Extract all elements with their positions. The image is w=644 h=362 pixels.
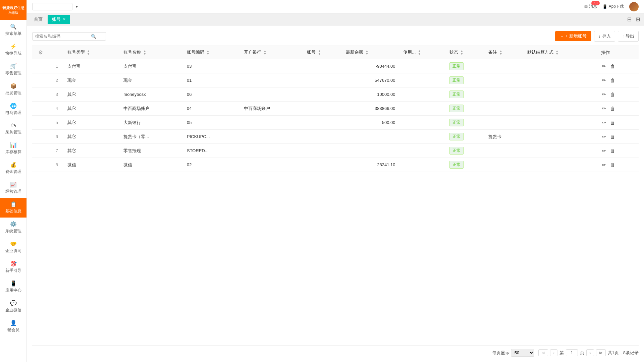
per-page-select[interactable]: 50 10 20 100 [511,349,534,357]
sidebar-item-purchase-mgmt[interactable]: 🛍 采购管理 [0,119,26,138]
delete-btn[interactable]: 🗑 [609,161,616,168]
sidebar-item-system-mgmt[interactable]: ⚙️ 系统管理 [0,218,26,237]
tab-home[interactable]: 首页 [30,15,47,24]
table-footer: 每页显示 50 10 20 100 ⊲ ‹ 第 页 › ⊳ 共1页，8条记录 [32,345,639,357]
sort-bank-icon: ▲▼ [263,50,266,56]
edit-btn[interactable]: ✏ [601,77,607,84]
th-account[interactable]: 账号 ▲▼ [304,46,343,59]
first-page-btn[interactable]: ⊲ [538,349,548,356]
cell-name: 提货卡（零... [121,130,184,144]
search-icon[interactable]: 🔍 [91,34,96,39]
sidebar-item-new-guide[interactable]: 🎯 新手引导 [0,257,26,277]
sidebar-item-enterprise-agree[interactable]: 🤝 企业协同 [0,237,26,257]
delete-btn[interactable]: 🗑 [609,63,616,70]
cell-remark [486,59,525,73]
th-usage[interactable]: 使用... ▲▼ [400,46,446,59]
cell-type: 其它 [65,116,121,130]
cell-balance: 547670.00 [343,73,401,87]
top-search-input[interactable] [32,3,72,10]
cell-action: ✏ 🗑 [598,144,639,158]
tab-close-icon[interactable]: ✕ [63,17,66,21]
cell-default-settle [525,102,598,116]
cell-status: 正常 [447,158,486,172]
th-type[interactable]: 账号类型 ▲▼ [65,46,121,59]
sidebar-item-inventory[interactable]: 📊 库存核算 [0,138,26,158]
content-area: 🔍 ＋ + 新增账号 ↓ 导入 ↑ 导出 [27,25,644,362]
edit-btn[interactable]: ✏ [601,91,607,98]
th-remark[interactable]: 备注 ▲▼ [486,46,525,59]
cell-settings [32,73,49,87]
cell-bank [241,73,305,87]
cell-remark: 提货卡 [486,130,525,144]
th-balance[interactable]: 最新余额 ▲▼ [343,46,401,59]
cell-settings [32,158,49,172]
sidebar-item-search-menu[interactable]: 🔍 搜索菜单 [0,20,26,40]
edit-btn[interactable]: ✏ [601,63,607,70]
delete-btn[interactable]: 🗑 [609,133,616,140]
import-button[interactable]: ↓ 导入 [594,31,615,42]
toolbar-right: ＋ + 新增账号 ↓ 导入 ↑ 导出 [555,31,639,42]
sidebar-item-operations[interactable]: 📈 经营管理 [0,178,26,198]
next-page-btn[interactable]: › [586,349,594,356]
th-status[interactable]: 状态 ▲▼ [447,46,486,59]
th-bank[interactable]: 开户银行 ▲▼ [241,46,305,59]
delete-btn[interactable]: 🗑 [609,119,616,126]
action-btns: ✏ 🗑 [601,77,636,84]
cell-num: 5 [49,116,65,130]
sidebar-item-retail-mgmt[interactable]: 🛒 零售管理 [0,60,26,79]
cell-type: 支付宝 [65,59,121,73]
tab-account[interactable]: 账号 ✕ [48,15,70,24]
quick-nav-icon: ⚡ [10,43,17,50]
th-name[interactable]: 账号名称 ▲▼ [121,46,184,59]
cell-account [304,116,343,130]
delete-btn[interactable]: 🗑 [609,77,616,84]
cell-remark [486,144,525,158]
cell-account [304,59,343,73]
export-button[interactable]: ↑ 导出 [618,31,639,42]
th-default-settle[interactable]: 默认结算方式 ▲▼ [525,46,598,59]
tab-maximize-btn[interactable]: ⊞ [634,15,641,23]
delete-btn[interactable]: 🗑 [609,105,616,112]
user-avatar[interactable] [629,2,639,11]
add-account-button[interactable]: ＋ + 新增账号 [555,31,591,41]
cell-settings [32,144,49,158]
cell-name: 中百商场账户 [121,102,184,116]
cell-status: 正常 [447,73,486,87]
sidebar-item-finance[interactable]: 💰 资金管理 [0,158,26,178]
sidebar-item-label: 新手引导 [5,268,21,274]
action-btns: ✏ 🗑 [601,133,636,140]
edit-btn[interactable]: ✏ [601,105,607,112]
th-code[interactable]: 账号编码 ▲▼ [184,46,241,59]
message-btn[interactable]: ✉ 消息 99+ [584,4,597,9]
sidebar-item-ecom-mgmt[interactable]: 🌐 电商管理 [0,99,26,119]
app-download-btn[interactable]: 📱 App下载 [602,4,624,9]
edit-btn[interactable]: ✏ [601,147,607,155]
sidebar-item-wholesale-mgmt[interactable]: 📦 批发管理 [0,79,26,99]
sidebar-item-member[interactable]: 👤 畅会员 [0,316,26,336]
sidebar-item-enterprise-wechat[interactable]: 💬 企业微信 [0,297,26,316]
top-dropdown[interactable]: ▾ [76,4,78,9]
column-settings-icon[interactable]: ⚙ [38,50,43,55]
last-page-btn[interactable]: ⊳ [596,349,606,356]
edit-btn[interactable]: ✏ [601,161,607,169]
account-search-box[interactable]: 🔍 [32,32,106,41]
delete-btn[interactable]: 🗑 [609,147,616,154]
sidebar-item-label: 经营管理 [5,189,21,194]
app-logo: 畅捷通好生意 乐惠版 [0,0,26,20]
sidebar-item-app-center[interactable]: 📱 应用中心 [0,277,26,297]
cell-remark [486,73,525,87]
page-input[interactable] [566,349,578,356]
account-search-input[interactable] [35,34,89,39]
status-badge: 正常 [449,62,464,70]
goto-label: 页 [580,350,584,356]
edit-btn[interactable]: ✏ [601,133,607,140]
tab-minimize-btn[interactable]: ⊟ [626,15,633,23]
prev-page-btn[interactable]: ‹ [550,349,557,356]
table-row: 5 其它 大新银行 05 500.00 正常 ✏ 🗑 [32,116,639,130]
sidebar-item-quick-nav[interactable]: ⚡ 快捷导航 [0,40,26,60]
delete-btn[interactable]: 🗑 [609,91,616,98]
edit-btn[interactable]: ✏ [601,119,607,126]
sidebar-item-basic-info[interactable]: 📋 基础信息 [0,198,26,218]
action-btns: ✏ 🗑 [601,91,636,98]
cell-type: 其它 [65,102,121,116]
